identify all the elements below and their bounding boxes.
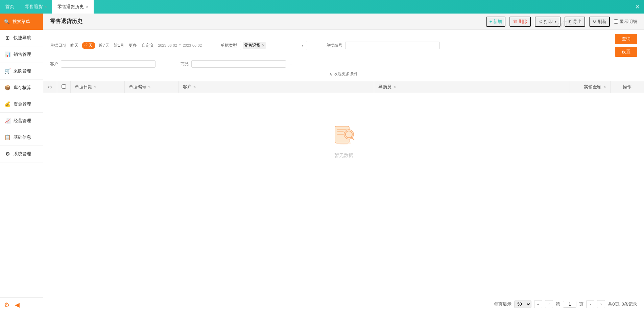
next-page-button[interactable]: › [586,300,594,308]
date-btn-今天[interactable]: 今天 [82,42,95,49]
sidebar-item-sales[interactable]: 📊销售管理 [0,46,43,63]
select-all-checkbox[interactable] [62,84,66,89]
collapse-icon-up: ∧ [329,72,332,76]
svg-rect-4 [337,131,344,132]
sidebar-item-purchase[interactable]: 🛒采购管理 [0,63,43,80]
date-btn-自定义[interactable]: 自定义 [140,42,155,49]
date-btn-昨天[interactable]: 昨天 [69,42,80,49]
th-amount[interactable]: 实销金额 ⇅ [570,81,610,93]
sidebar: 🔍 搜索菜单 ⊞快捷导航📊销售管理🛒采购管理📦库存核算💰资金管理📈经营管理📋基础… [0,14,43,312]
bill-type-remove[interactable]: ✕ [262,43,265,48]
export-icon: ⬆ [568,19,572,24]
customer-input[interactable] [61,60,156,68]
date-btn-近7天[interactable]: 近7天 [97,42,111,49]
next-page-icon: › [590,302,591,306]
amount-sort-icon: ⇅ [603,86,606,89]
prev-page-button[interactable]: ‹ [545,300,553,308]
collapse-button[interactable]: ∧ 收起更多条件 [50,71,637,77]
data-table: ⚙ 单据日期 ⇅ 单据编号 ⇅ [43,81,644,186]
total-label: 共0页, 0条记录 [608,301,637,307]
collapse-label: 收起更多条件 [334,71,358,77]
sidebar-item-label-operation: 经营管理 [14,118,31,124]
th-gear[interactable]: ⚙ [43,81,57,93]
bill-type-select[interactable]: 零售退货 ✕ ▼ [240,41,307,50]
tab-retail-return-history[interactable]: 零售退货历史× [52,0,93,14]
th-checkbox[interactable] [57,81,70,93]
th-date[interactable]: 单据日期 ⇅ [70,81,124,93]
sidebar-item-label-basic-info: 基础信息 [14,134,31,140]
prev-page-icon: ‹ [548,302,550,306]
sidebar-search[interactable]: 🔍 搜索菜单 [0,14,43,30]
sidebar-item-label-quick-nav: 快捷导航 [14,35,31,41]
sidebar-item-system[interactable]: ⚙系统管理 [0,146,43,162]
tab-retail-return[interactable]: 零售退货× [20,0,52,14]
th-guide[interactable]: 导购员 ⇅ [374,81,570,93]
sidebar-item-basic-info[interactable]: 📋基础信息 [0,129,43,146]
sidebar-item-finance[interactable]: 💰资金管理 [0,96,43,113]
first-page-icon: « [537,302,539,306]
bill-type-arrow: ▼ [301,44,304,47]
top-bar: 首页零售退货×零售退货历史× ✕ [0,0,644,14]
goods-input[interactable] [191,60,286,68]
th-ops: 操作 [610,81,644,93]
sidebar-item-inventory[interactable]: 📦库存核算 [0,80,43,96]
page-label: 第 [556,301,560,307]
guide-sort-icon: ⇅ [393,86,396,89]
empty-state: 暂无数据 [43,93,644,186]
print-button[interactable]: 🖨 打印 ▼ [535,17,560,27]
finance-icon: 💰 [4,101,11,108]
filter-row-1: 单据日期 昨天今天近7天近1月更多自定义 2023-06-02 至 2023-0… [50,34,637,57]
collapse-icon[interactable]: ◀ [15,301,20,309]
settings-button[interactable]: 设置 [615,47,637,57]
customer-label: 客户 [50,61,58,67]
th-bill-label: 单据编号 [129,84,146,89]
tab-home[interactable]: 首页 [0,0,20,14]
system-icon: ⚙ [4,151,11,157]
th-guide-label: 导购员 [378,84,391,89]
bill-type-tag: 零售退货 ✕ [243,42,266,49]
tab-close-retail-return[interactable]: × [45,5,47,9]
sidebar-item-quick-nav[interactable]: ⊞快捷导航 [0,30,43,46]
th-amount-label: 实销金额 [584,84,601,89]
refresh-button[interactable]: ↻ 刷新 [589,17,610,27]
delete-icon: 🗑 [513,19,517,24]
inventory-icon: 📦 [4,84,11,91]
sidebar-item-operation[interactable]: 📈经营管理 [0,113,43,129]
settings-icon[interactable]: ⚙ [4,301,9,309]
page-header: 零售退货历史 + 新增 🗑 删除 🖨 打印 ▼ ⬆ 导出 ↻ [43,14,644,30]
bill-number-input[interactable] [345,42,440,49]
show-detail-input[interactable] [614,19,618,24]
query-settings-col: 查询 设置 [615,34,637,57]
date-btn-更多[interactable]: 更多 [127,42,138,49]
bill-number-filter: 单据编号 [326,42,440,49]
operation-icon: 📈 [4,117,11,124]
pagination-bar: 每页显示 50 20 100 200 « ‹ 第 1 页 › » 共0页, 0条… [43,296,644,312]
add-button[interactable]: + 新增 [486,17,505,27]
last-page-button[interactable]: » [597,300,605,308]
customer-dots: ... [158,62,162,66]
window-close-button[interactable]: ✕ [630,0,644,14]
th-bill-no[interactable]: 单据编号 ⇅ [124,81,178,93]
filter-area: 单据日期 昨天今天近7天近1月更多自定义 2023-06-02 至 2023-0… [43,30,644,81]
show-detail-checkbox[interactable]: 显示明细 [614,19,637,25]
bill-number-label: 单据编号 [326,43,342,48]
page-number-input[interactable]: 1 [563,301,576,308]
export-button[interactable]: ⬆ 导出 [565,17,585,27]
content-area: 零售退货历史 + 新增 🗑 删除 🖨 打印 ▼ ⬆ 导出 ↻ [43,14,644,312]
date-btn-近1月[interactable]: 近1月 [113,42,126,49]
delete-button[interactable]: 🗑 删除 [509,17,531,27]
sidebar-item-label-purchase: 采购管理 [14,68,31,74]
tab-close-retail-return-history[interactable]: × [86,5,88,9]
last-page-icon: » [600,302,602,306]
th-customer[interactable]: 客户 ⇅ [178,81,374,93]
th-ops-label: 操作 [623,84,631,89]
first-page-button[interactable]: « [534,300,542,308]
bill-sort-icon: ⇅ [148,86,151,89]
bill-type-label: 单据类型 [221,43,237,48]
per-page-select[interactable]: 50 20 100 200 [514,300,531,308]
sidebar-bottom: ⚙ ◀ [0,297,43,312]
query-button[interactable]: 查询 [615,34,637,44]
empty-illustration [330,120,357,147]
sidebar-item-label-finance: 资金管理 [14,101,31,107]
per-page-label: 每页显示 [494,301,511,307]
